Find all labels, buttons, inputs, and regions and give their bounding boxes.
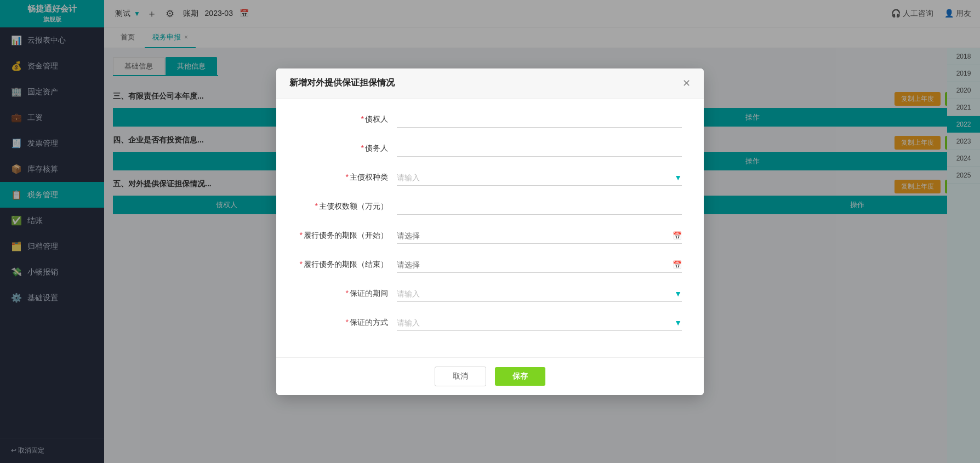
form-row-obligation-start: *履行债务的期限（开始） 📅 bbox=[298, 228, 682, 244]
modal-close-btn[interactable]: ✕ bbox=[682, 77, 691, 89]
save-button[interactable]: 保存 bbox=[495, 367, 545, 386]
guarantee-method-select[interactable]: ▼ bbox=[397, 315, 682, 331]
obligation-end-date[interactable]: 📅 bbox=[397, 257, 682, 273]
modal-overlay: 新增对外提供保证担保情况 ✕ *债权人 *债务人 * bbox=[0, 0, 980, 463]
modal-header: 新增对外提供保证担保情况 ✕ bbox=[276, 68, 704, 99]
claim-amount-label: *主债权数额（万元） bbox=[298, 202, 397, 212]
creditor-input[interactable] bbox=[397, 112, 682, 128]
debtor-label: *债务人 bbox=[298, 144, 397, 153]
debtor-input[interactable] bbox=[397, 141, 682, 157]
obligation-end-label: *履行债务的期限（结束） bbox=[298, 260, 397, 270]
form-row-debtor: *债务人 bbox=[298, 141, 682, 157]
guarantee-method-input[interactable] bbox=[397, 318, 672, 327]
obligation-start-date[interactable]: 📅 bbox=[397, 228, 682, 244]
modal-title: 新增对外提供保证担保情况 bbox=[289, 77, 395, 89]
form-row-guarantee-method: *保证的方式 ▼ bbox=[298, 315, 682, 331]
guarantee-period-arrow[interactable]: ▼ bbox=[674, 289, 682, 298]
form-row-obligation-end: *履行债务的期限（结束） 📅 bbox=[298, 257, 682, 273]
form-row-guarantee-period: *保证的期间 ▼ bbox=[298, 286, 682, 302]
modal-body: *债权人 *债务人 *主债权种类 ▼ bbox=[276, 99, 704, 357]
guarantee-period-select[interactable]: ▼ bbox=[397, 286, 682, 302]
form-row-claim-amount: *主债权数额（万元） bbox=[298, 199, 682, 215]
guarantee-method-label: *保证的方式 bbox=[298, 318, 397, 328]
end-calendar-icon[interactable]: 📅 bbox=[673, 260, 682, 269]
start-calendar-icon[interactable]: 📅 bbox=[673, 231, 682, 240]
form-row-claim-type: *主债权种类 ▼ bbox=[298, 170, 682, 186]
claim-type-select[interactable]: ▼ bbox=[397, 170, 682, 186]
claim-amount-input[interactable] bbox=[397, 199, 682, 215]
guarantee-method-arrow[interactable]: ▼ bbox=[674, 318, 682, 327]
claim-type-arrow[interactable]: ▼ bbox=[674, 173, 682, 182]
form-row-creditor: *债权人 bbox=[298, 112, 682, 128]
obligation-start-label: *履行债务的期限（开始） bbox=[298, 231, 397, 241]
creditor-label: *债权人 bbox=[298, 115, 397, 124]
claim-type-input[interactable] bbox=[397, 173, 672, 182]
cancel-button[interactable]: 取消 bbox=[435, 367, 486, 386]
modal-dialog: 新增对外提供保证担保情况 ✕ *债权人 *债务人 * bbox=[276, 68, 704, 395]
modal-footer: 取消 保存 bbox=[276, 357, 704, 395]
claim-type-label: *主债权种类 bbox=[298, 173, 397, 182]
guarantee-period-label: *保证的期间 bbox=[298, 289, 397, 299]
obligation-start-input[interactable] bbox=[397, 231, 673, 240]
guarantee-period-input[interactable] bbox=[397, 289, 672, 298]
obligation-end-input[interactable] bbox=[397, 260, 673, 269]
